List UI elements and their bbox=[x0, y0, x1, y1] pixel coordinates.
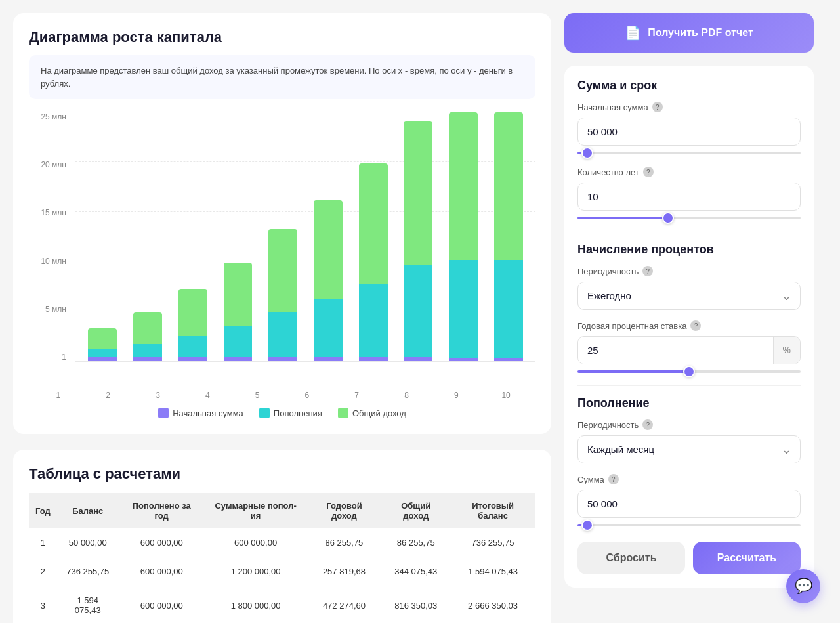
data-table: Год Баланс Пополнено за год Суммарные по… bbox=[29, 493, 536, 623]
years-slider[interactable] bbox=[578, 217, 801, 219]
bar-initial-9 bbox=[449, 358, 478, 361]
reset-button[interactable]: Сбросить bbox=[578, 542, 685, 574]
legend-label-deposits: Пополнения bbox=[274, 408, 322, 418]
bar-income-4 bbox=[224, 263, 253, 326]
bar-income-2 bbox=[133, 312, 162, 344]
chat-button[interactable]: 💬 bbox=[786, 569, 820, 603]
th-year: Год bbox=[29, 493, 57, 528]
td-deposits_total: 600 000,00 bbox=[205, 528, 307, 557]
td-annual_income: 86 255,75 bbox=[306, 528, 381, 557]
bar-group-1 bbox=[82, 112, 123, 361]
calculate-button[interactable]: Рассчитать bbox=[693, 542, 801, 574]
y-label-4: 20 млн bbox=[29, 160, 72, 169]
legend-dot-deposits bbox=[259, 408, 270, 418]
divider-1 bbox=[578, 232, 801, 232]
interest-periodicity-select-wrapper: Ежедневно Ежемесячно Ежеквартально Ежего… bbox=[578, 282, 801, 310]
rate-input-wrapper: % bbox=[578, 336, 801, 364]
replenishment-amount-input[interactable] bbox=[578, 490, 801, 518]
td-balance: 736 255,75 bbox=[57, 557, 119, 586]
chat-icon: 💬 bbox=[795, 578, 812, 595]
table-row: 2736 255,75600 000,001 200 000,00257 819… bbox=[29, 557, 536, 586]
bar-initial-8 bbox=[404, 357, 432, 361]
rate-slider[interactable] bbox=[578, 370, 801, 373]
bar-income-6 bbox=[314, 200, 343, 300]
years-label: Количество лет ? bbox=[578, 167, 801, 177]
th-final-balance: Итоговый баланс bbox=[450, 493, 536, 528]
bar-initial-2 bbox=[133, 357, 162, 361]
bar-income-7 bbox=[359, 163, 388, 284]
td-final_balance: 736 255,75 bbox=[450, 528, 536, 557]
bar-group-6 bbox=[308, 112, 349, 361]
replenishment-amount-help-icon[interactable]: ? bbox=[608, 474, 619, 484]
x-labels: 12345678910 bbox=[29, 391, 536, 400]
replenishment-periodicity-select[interactable]: Каждый день Каждый месяц Каждый квартал … bbox=[578, 435, 801, 463]
pdf-icon: 📄 bbox=[625, 25, 641, 41]
x-label-2: 2 bbox=[85, 391, 131, 400]
x-label-3: 3 bbox=[135, 391, 181, 400]
x-label-6: 6 bbox=[284, 391, 330, 400]
legend-initial: Начальная сумма bbox=[158, 408, 243, 418]
bar-income-10 bbox=[494, 112, 523, 260]
bar-income-5 bbox=[268, 229, 297, 313]
replenishment-periodicity-help-icon[interactable]: ? bbox=[642, 419, 653, 430]
bar-initial-10 bbox=[494, 358, 523, 361]
bar-initial-6 bbox=[314, 357, 343, 361]
chart-section: Диаграмма роста капитала На диаграмме пр… bbox=[13, 13, 551, 434]
pdf-button-label: Получить PDF отчет bbox=[648, 27, 753, 39]
table-body: 150 000,00600 000,00600 000,0086 255,758… bbox=[29, 528, 536, 623]
td-balance: 50 000,00 bbox=[57, 528, 119, 557]
interest-periodicity-group: Периодичность ? Ежедневно Ежемесячно Еже… bbox=[578, 266, 801, 310]
right-panel: 📄 Получить PDF отчет Сумма и срок Началь… bbox=[564, 0, 827, 623]
bar-initial-7 bbox=[359, 357, 388, 361]
bar-group-7 bbox=[352, 112, 394, 361]
table-title: Таблица с расчетами bbox=[29, 465, 536, 483]
years-group: Количество лет ? bbox=[578, 167, 801, 221]
legend-deposits: Пополнения bbox=[259, 408, 322, 418]
table-section: Таблица с расчетами Год Баланс Пополнено… bbox=[13, 450, 551, 623]
bar-deposits-1 bbox=[88, 349, 117, 357]
td-deposited_year: 600 000,00 bbox=[119, 586, 205, 624]
form-card: Сумма и срок Начальная сумма ? Количеств… bbox=[564, 66, 814, 588]
chart-container: 1 5 млн 10 млн 15 млн 20 млн 25 млн bbox=[29, 112, 536, 388]
chart-area bbox=[75, 112, 536, 362]
x-label-1: 1 bbox=[35, 391, 81, 400]
replenishment-title: Пополнение bbox=[578, 397, 801, 410]
years-help-icon[interactable]: ? bbox=[643, 167, 654, 177]
rate-group: Годовая процентная ставка ? % bbox=[578, 320, 801, 375]
th-total-income: Общий доход bbox=[381, 493, 450, 528]
legend-dot-initial bbox=[158, 408, 169, 418]
rate-help-icon[interactable]: ? bbox=[690, 320, 701, 331]
rate-unit: % bbox=[773, 337, 800, 364]
bar-income-1 bbox=[88, 328, 117, 349]
x-label-7: 7 bbox=[334, 391, 380, 400]
bar-deposits-10 bbox=[494, 260, 523, 358]
initial-sum-input[interactable] bbox=[578, 118, 801, 146]
bar-group-8 bbox=[398, 112, 439, 361]
initial-sum-slider[interactable] bbox=[578, 152, 801, 154]
button-row: Сбросить Рассчитать bbox=[578, 542, 801, 574]
td-deposited_year: 600 000,00 bbox=[119, 528, 205, 557]
replenishment-periodicity-group: Периодичность ? Каждый день Каждый месяц… bbox=[578, 419, 801, 463]
bar-deposits-9 bbox=[449, 260, 478, 358]
legend-dot-income bbox=[338, 408, 348, 418]
pdf-button[interactable]: 📄 Получить PDF отчет bbox=[564, 13, 814, 53]
rate-input[interactable] bbox=[578, 337, 773, 364]
interest-title: Начисление процентов bbox=[578, 243, 801, 257]
divider-2 bbox=[578, 385, 801, 386]
replenishment-amount-group: Сумма ? bbox=[578, 474, 801, 528]
bar-group-4 bbox=[217, 112, 259, 361]
td-year: 2 bbox=[29, 557, 57, 586]
bar-group-10 bbox=[488, 112, 529, 361]
x-label-5: 5 bbox=[234, 391, 280, 400]
interest-periodicity-help-icon[interactable]: ? bbox=[642, 266, 653, 276]
years-input[interactable] bbox=[578, 183, 801, 211]
td-deposited_year: 600 000,00 bbox=[119, 557, 205, 586]
replenishment-amount-slider[interactable] bbox=[578, 524, 801, 526]
legend-income: Общий доход bbox=[338, 408, 406, 418]
legend-label-income: Общий доход bbox=[352, 408, 406, 418]
interest-periodicity-select[interactable]: Ежедневно Ежемесячно Ежеквартально Ежего… bbox=[578, 282, 801, 310]
initial-sum-help-icon[interactable]: ? bbox=[652, 102, 663, 112]
bar-income-8 bbox=[404, 121, 432, 265]
bars-container bbox=[75, 112, 536, 361]
bar-deposits-2 bbox=[133, 344, 162, 357]
